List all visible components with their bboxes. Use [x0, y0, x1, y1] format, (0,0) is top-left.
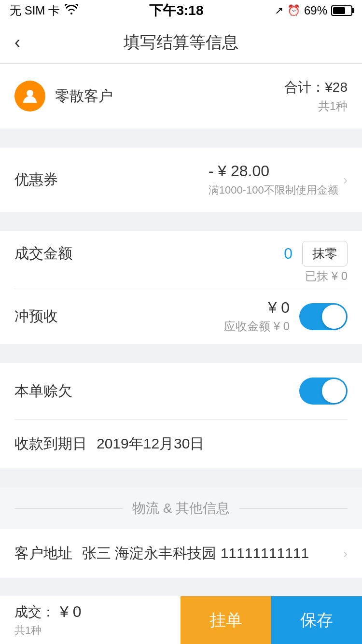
customer-name: 零散客户 — [55, 86, 113, 106]
coupon-right: - ¥ 28.00 满1000-100不限制使用金额 › — [209, 162, 348, 197]
status-bar: 无 SIM 卡 下午3:18 ↗ ⏰ 69% — [0, 0, 362, 21]
save-button[interactable]: 保存 — [271, 596, 362, 644]
content: 零散客户 合计：¥28 共1种 优惠券 - ¥ 28.00 满1000-100不… — [0, 64, 362, 644]
logistics-header: 物流 & 其他信息 — [0, 488, 362, 529]
nav-bar: ‹ 填写结算等信息 — [0, 21, 362, 64]
status-right: ↗ ⏰ 69% — [275, 4, 352, 17]
duedate-label: 收款到期日 — [14, 434, 87, 454]
debt-toggle-wrap — [299, 378, 348, 405]
deal-right: 抹零 — [254, 241, 348, 266]
bottom-deal: 成交： ¥ 0 — [14, 603, 166, 621]
prereceive-sub: 应收金额 ¥ 0 — [224, 319, 290, 334]
status-left: 无 SIM 卡 — [10, 3, 78, 18]
coupon-section[interactable]: 优惠券 - ¥ 28.00 满1000-100不限制使用金额 › — [0, 148, 362, 212]
customer-total: 合计：¥28 共1种 — [284, 78, 348, 114]
section-divider-4 — [0, 478, 362, 488]
toggle-knob — [322, 305, 346, 329]
prereceive-toggle[interactable] — [299, 303, 348, 330]
prereceive-label: 冲预收 — [14, 307, 58, 326]
deal-section: 成交金额 抹零 已抹 ¥ 0 冲预收 ¥ 0 应收金额 ¥ 0 — [0, 231, 362, 344]
coupon-desc: 满1000-100不限制使用金额 — [209, 183, 338, 197]
battery-icon — [331, 5, 352, 16]
section-divider-3 — [0, 353, 362, 363]
debt-label: 本单赊欠 — [14, 381, 72, 401]
location-icon: ↗ — [275, 4, 283, 17]
bottom-deal-label: 成交： — [14, 603, 55, 621]
deal-amount-row: 成交金额 抹零 已抹 ¥ 0 — [0, 231, 362, 289]
debt-toggle[interactable] — [299, 378, 348, 405]
debt-toggle-knob — [322, 379, 346, 403]
duedate-row: 收款到期日 2019年12月30日 — [0, 420, 362, 468]
coupon-label: 优惠券 — [14, 170, 58, 190]
address-row[interactable]: 客户地址 张三 海淀永丰科技园 11111111111 › — [0, 529, 362, 578]
section-divider-2 — [0, 222, 362, 231]
total-count: 共1种 — [284, 98, 348, 114]
coupon-row[interactable]: 优惠券 - ¥ 28.00 满1000-100不限制使用金额 › — [0, 148, 362, 212]
avatar — [14, 81, 45, 112]
wifi-icon — [65, 4, 78, 17]
deal-top: 成交金额 抹零 — [14, 241, 348, 266]
logistics-label: 物流 & 其他信息 — [132, 499, 230, 518]
address-chevron-icon: › — [343, 546, 348, 561]
back-button[interactable]: ‹ — [14, 32, 20, 53]
bottom-bar: 成交： ¥ 0 共1种 挂单 保存 — [0, 596, 362, 644]
bottom-deal-amount: ¥ 0 — [60, 603, 81, 621]
battery-percent: 69% — [304, 4, 327, 17]
deal-sub-label: 已抹 ¥ 0 — [14, 268, 348, 284]
carrier-label: 无 SIM 卡 — [10, 3, 60, 18]
address-label: 客户地址 — [14, 544, 72, 563]
address-section[interactable]: 客户地址 张三 海淀永丰科技园 11111111111 › — [0, 529, 362, 578]
alarm-icon: ⏰ — [287, 4, 300, 17]
svg-point-0 — [27, 90, 33, 97]
customer-left: 零散客户 — [14, 81, 113, 112]
bottom-info: 成交： ¥ 0 共1种 — [0, 596, 181, 644]
prereceive-center: ¥ 0 应收金额 ¥ 0 — [224, 299, 290, 334]
address-value: 张三 海淀永丰科技园 11111111111 — [82, 544, 343, 563]
round-button[interactable]: 抹零 — [302, 241, 348, 266]
page-title: 填写结算等信息 — [124, 31, 238, 54]
section-divider-1 — [0, 138, 362, 148]
total-amount: 合计：¥28 — [284, 78, 348, 97]
chevron-right-icon: › — [343, 172, 348, 188]
debt-row: 本单赊欠 — [0, 363, 362, 419]
status-time: 下午3:18 — [149, 1, 203, 20]
customer-row: 零散客户 合计：¥28 共1种 — [0, 64, 362, 128]
prereceive-amount: ¥ 0 — [224, 299, 290, 317]
deal-amount-input[interactable] — [254, 245, 292, 263]
deal-label: 成交金额 — [14, 244, 72, 264]
coupon-amount: - ¥ 28.00 — [209, 162, 338, 180]
prereceive-toggle-wrap — [299, 303, 348, 330]
prereceive-row: 冲预收 ¥ 0 应收金额 ¥ 0 — [0, 289, 362, 344]
duedate-value: 2019年12月30日 — [97, 434, 204, 454]
debt-section: 本单赊欠 收款到期日 2019年12月30日 — [0, 363, 362, 468]
hang-button[interactable]: 挂单 — [181, 596, 271, 644]
customer-section: 零散客户 合计：¥28 共1种 — [0, 64, 362, 128]
bottom-count: 共1种 — [14, 623, 166, 638]
